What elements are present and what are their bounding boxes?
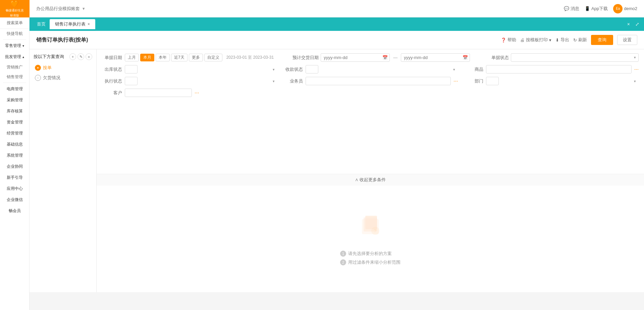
expected-date-start-input[interactable] — [321, 53, 390, 62]
content-with-panel: 按以下方案查询 + ✎ « ● 按单 ○ 欠货情况 — [30, 49, 644, 292]
filter-row-1: 单据日期 上月 本月 本年 近7天 更多 自定义 2023-03-01 至 20… — [102, 53, 639, 62]
tab-home[interactable]: 首页 — [33, 19, 50, 29]
left-panel-edit-btn[interactable]: ✎ — [77, 53, 84, 60]
dept-select[interactable] — [486, 77, 499, 85]
receive-status-label: 收款状态 — [283, 66, 303, 72]
sidebar-item-member[interactable]: 畅会员 — [0, 205, 29, 216]
wholesale-arrow: ▴ — [22, 55, 24, 59]
left-panel-item-shortage[interactable]: ○ 欠货情况 — [30, 73, 96, 83]
left-panel-actions: + ✎ « — [69, 53, 92, 60]
customer-input[interactable] — [125, 89, 192, 97]
retail-arrow: ▾ — [22, 44, 24, 48]
shortage-icon: ○ — [35, 75, 41, 81]
collapse-row[interactable]: ∧ 收起更多条件 — [97, 174, 644, 186]
help-btn[interactable]: ❓ 帮助 — [501, 37, 516, 43]
empty-icon: ? — [357, 212, 384, 244]
sidebar-item-wechat[interactable]: 企业微信 — [0, 194, 29, 205]
sidebar-item-purchase[interactable]: 采购管理 — [0, 95, 29, 106]
sidebar-item-wholesale[interactable]: 批发管理 ▴ — [0, 51, 29, 62]
wholesale-label: 批发管理 — [5, 54, 21, 60]
header-left: 办公用品行业模拟账套 ▾ — [36, 6, 85, 12]
tab-sales-exec-label: 销售订单执行表 — [55, 21, 86, 27]
window-maximize-btn[interactable]: ⤢ — [634, 20, 641, 28]
sidebar-quick-nav[interactable]: 快捷导航 — [0, 29, 29, 39]
date-btn-more[interactable]: 更多 — [189, 54, 203, 61]
calendar-start-icon[interactable]: 📅 — [382, 55, 388, 60]
main-area: 办公用品行业模拟账套 ▾ 💬 消息 📱 App下载 Ea demo2 首页 — [30, 0, 644, 310]
date-separator: — — [393, 55, 397, 60]
marketing-label: 营销推广 — [7, 65, 23, 69]
sidebar-search[interactable]: 搜索菜单 — [0, 17, 29, 29]
status-label: 单据状态 — [489, 55, 509, 61]
right-area: 单据日期 上月 本月 本年 近7天 更多 自定义 2023-03-01 至 20… — [97, 49, 644, 292]
search-label: 搜索菜单 — [3, 20, 26, 26]
receive-status-select[interactable] — [306, 65, 318, 73]
sidebar-item-system[interactable]: 系统管理 — [0, 150, 29, 161]
retail-label: 零售管理 — [5, 43, 21, 49]
date-btn-thisyear[interactable]: 本年 — [156, 54, 170, 61]
tab-sales-exec[interactable]: 销售订单执行表 × — [50, 19, 95, 29]
sidebar-item-basic[interactable]: 基础信息 — [0, 139, 29, 150]
sidebar-item-retail[interactable]: 零售管理 ▾ — [0, 40, 29, 51]
status-filter: 单据状态 ▾ — [489, 53, 639, 62]
purchase-label: 采购管理 — [7, 97, 23, 103]
order-icon: ● — [35, 65, 41, 71]
dept-wrapper — [486, 77, 639, 85]
quick-nav-label: 快捷导航 — [3, 31, 26, 37]
hint-num-2: 2 — [340, 259, 346, 265]
calendar-end-icon[interactable]: 📅 — [463, 55, 468, 60]
exec-status-select[interactable] — [125, 77, 138, 85]
window-close-btn[interactable]: × — [626, 20, 631, 28]
order-label: 按单 — [43, 65, 52, 71]
collapse-icon: ∧ — [355, 177, 360, 182]
left-panel-collapse-btn[interactable]: « — [86, 53, 92, 60]
customer-dots-btn[interactable]: ··· — [195, 90, 199, 96]
sidebar-item-operations[interactable]: 经营管理 — [0, 128, 29, 139]
tab-close-icon[interactable]: × — [88, 22, 90, 27]
top-header: 办公用品行业模拟账套 ▾ 💬 消息 📱 App下载 Ea demo2 — [30, 0, 644, 17]
sidebar-item-sales[interactable]: 销售管理 — [0, 72, 29, 82]
dropdown-icon[interactable]: ▾ — [83, 6, 85, 11]
user-area[interactable]: Ea demo2 — [613, 4, 637, 13]
receive-status-wrapper — [306, 65, 458, 73]
product-dots-btn[interactable]: ··· — [634, 66, 639, 72]
left-panel-title: 按以下方案查询 — [34, 54, 64, 60]
tab-bar-right: × ⤢ — [626, 20, 641, 28]
salesperson-dots-btn[interactable]: ··· — [453, 78, 458, 84]
status-select-input[interactable] — [511, 53, 639, 62]
exec-status-label: 执行状态 — [102, 78, 122, 84]
out-status-wrapper — [125, 65, 277, 73]
refresh-btn[interactable]: ↻ 刷新 — [573, 37, 587, 43]
out-status-select[interactable] — [125, 65, 138, 73]
settings-button[interactable]: 设置 — [617, 35, 637, 45]
app-title: 办公用品行业模拟账套 — [36, 6, 80, 12]
sidebar-item-finance[interactable]: 资金管理 — [0, 117, 29, 128]
operations-label: 经营管理 — [7, 131, 23, 136]
sidebar-item-marketing[interactable]: 营销推广 — [0, 62, 29, 72]
date-btn-thismonth[interactable]: 本月 — [140, 54, 154, 61]
print-btn[interactable]: 🖨 按模板打印 ▾ — [520, 37, 551, 43]
left-panel-item-order[interactable]: ● 按单 — [30, 63, 96, 73]
salesperson-input[interactable] — [306, 77, 451, 85]
export-btn[interactable]: ⬇ 导出 — [555, 37, 569, 43]
sidebar-item-inventory[interactable]: 库存核算 — [0, 106, 29, 117]
expected-date-end-input[interactable] — [401, 53, 470, 62]
date-btn-7days[interactable]: 近7天 — [171, 54, 187, 61]
export-label: 导出 — [560, 37, 569, 43]
app-download-btn[interactable]: 📱 App下载 — [585, 6, 608, 12]
sidebar-item-appcenter[interactable]: 应用中心 — [0, 183, 29, 194]
date-btn-custom[interactable]: 自定义 — [204, 54, 222, 61]
shortage-label: 欠货情况 — [43, 75, 60, 81]
user-name: demo2 — [624, 6, 637, 11]
member-label: 畅会员 — [9, 208, 21, 214]
left-panel-add-btn[interactable]: + — [69, 53, 76, 60]
message-btn[interactable]: 💬 消息 — [564, 6, 579, 12]
out-status-label: 出库状态 — [102, 66, 122, 72]
sidebar-item-newuser[interactable]: 新手引导 — [0, 172, 29, 183]
sidebar-item-ecommerce[interactable]: 电商管理 — [0, 84, 29, 95]
product-input[interactable] — [486, 65, 631, 73]
query-button[interactable]: 查询 — [591, 35, 613, 45]
expected-date-label: 预计交货日期 — [292, 55, 319, 61]
date-btn-lastmonth[interactable]: 上月 — [125, 54, 139, 61]
sidebar-item-enterprise[interactable]: 企业协同 — [0, 161, 29, 172]
